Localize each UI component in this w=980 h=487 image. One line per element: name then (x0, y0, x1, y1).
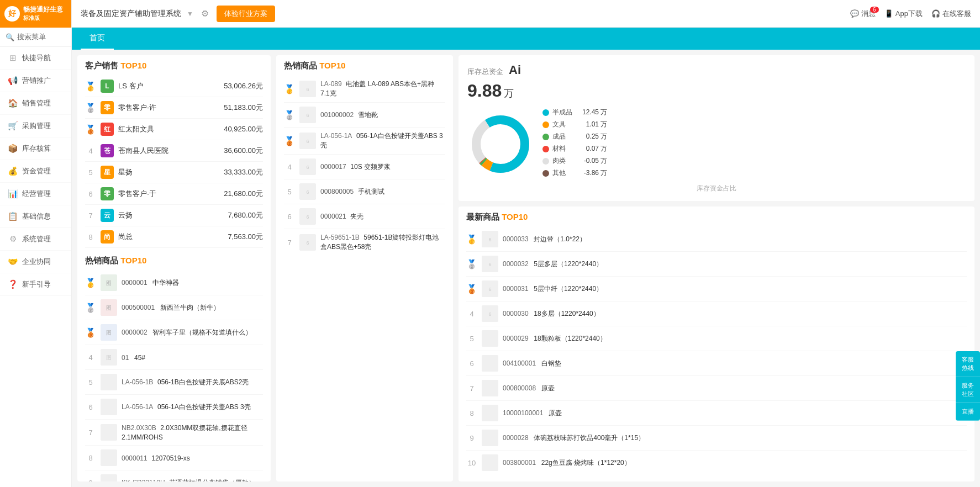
customer-amount-8: 7,563.00元 (228, 232, 263, 242)
hot-rank-6: 6 (85, 403, 96, 411)
dropdown-arrow[interactable]: ▼ (187, 10, 193, 18)
new-thumb-6 (482, 355, 498, 372)
topbar-right: 💬 消息 6 📱 App下载 🎧 在线客服 (850, 9, 971, 19)
new-product-info-6: 004100001 白钢垫 (503, 359, 967, 368)
new-code-1: 0000033 (503, 235, 529, 243)
inventory-title: 库存总资金 (467, 67, 503, 77)
hot-right-row-1: 🥇 6 LA-089 电池盖 LA-089 ABS本色+黑种 7.1克 (284, 76, 445, 103)
float-buttons: 客服热线 服务社区 直播 (956, 351, 980, 421)
hot-right-medal-3: 🥉 (284, 136, 295, 146)
hot-medal-2: 🥈 (85, 303, 96, 313)
sidebar-label-system: 系统管理 (22, 234, 51, 244)
hot-product-name-2: 新西兰牛肉（新牛） (160, 304, 220, 311)
hot-product-info-8: 0000011 12070519-xs (122, 454, 263, 462)
sidebar-item-sales[interactable]: 🏠 销售管理 (0, 92, 71, 115)
hot-product-info-2: 000500001 新西兰牛肉（新牛） (122, 303, 263, 313)
hot-product-name-4: 45# (134, 354, 145, 362)
logo-badge: 标准版 (23, 14, 63, 22)
svg-rect-40 (482, 330, 498, 347)
hot-products-section: 热销商品 TOP10 🥇 图 0000001 中华神器 🥈 图 (85, 256, 263, 481)
sidebar-item-system[interactable]: ⚙ 系统管理 (0, 228, 71, 251)
sidebar-item-marketing[interactable]: 📢 营销推广 (0, 70, 71, 92)
hot-right-thumb-6: 6 (299, 208, 316, 225)
purchase-icon: 🛒 (8, 121, 18, 131)
right-column: 库存总资金 Ai 9.88 万 (459, 55, 974, 481)
sidebar: 好 畅捷通好生意 标准版 🔍 搜索菜单 ⊞ 快捷导航 📢 营销推广 🏠 销售管理… (0, 0, 72, 487)
inventory-unit: 万 (504, 87, 514, 100)
customer-name-2: 零售客户-许 (118, 103, 219, 113)
sidebar-item-guide[interactable]: ❓ 新手引导 (0, 273, 71, 296)
new-code-5: 0000029 (503, 335, 529, 342)
collab-icon: 🤝 (8, 257, 18, 267)
search-menu[interactable]: 🔍 搜索菜单 (0, 28, 71, 47)
svg-text:6: 6 (306, 165, 309, 170)
customer-name-1: LS 客户 (118, 81, 219, 91)
sidebar-item-quicknav[interactable]: ⊞ 快捷导航 (0, 47, 71, 70)
hot-product-code-2: 000500001 (122, 304, 155, 311)
guide-icon: ❓ (8, 279, 18, 289)
new-product-row-3: 🥉 6 0000031 5层中纤（1220*2440） (466, 277, 967, 301)
svg-text:6: 6 (488, 262, 491, 267)
hot-product-info-3: 0000002 智利车子里（规格不知道填什么） (122, 328, 263, 337)
sidebar-item-operations[interactable]: 📊 经营管理 (0, 183, 71, 205)
legend-dot-meat (542, 158, 549, 165)
hot-right-row-3: 🥉 6 LA-056-1A 056-1A白色按键开关盖ABS 3壳 (284, 128, 445, 155)
sidebar-label-operations: 经营管理 (22, 189, 51, 199)
legend-val-4: -0.05 万 (579, 156, 608, 166)
hot-product-thumb-3: 图 (101, 324, 117, 341)
message-badge[interactable]: 💬 消息 6 (850, 9, 876, 19)
customer-row-4: 4 苍 苍南县人民医院 36,600.00元 (85, 140, 263, 162)
legend-label-5: 其他 (552, 168, 575, 178)
legend-dot-material (542, 146, 549, 152)
app-download[interactable]: 📱 App下载 (884, 9, 923, 19)
sidebar-item-inventory[interactable]: 📦 库存核算 (0, 137, 71, 160)
sidebar-item-finance[interactable]: 💰 资金管理 (0, 160, 71, 183)
customer-name-7: 云扬 (118, 210, 223, 220)
hot-product-info-6: LA-056-1A 056-1A白色按键开关盖ABS 3壳 (122, 403, 263, 412)
hot-product-name-3: 智利车子里（规格不知道填什么） (152, 329, 252, 336)
hot-product-code-5: LA-056-1B (122, 378, 153, 386)
home-tab[interactable]: 首页 (81, 28, 114, 50)
hot-product-name-1: 中华神器 (152, 279, 179, 287)
float-btn-hotline[interactable]: 客服热线 (956, 351, 980, 377)
gear-icon[interactable]: ⚙ (201, 8, 209, 19)
hot-right-row-7: 7 6 LA-59651-1B 59651-1B旋转投影灯电池盒ABS黑色+58… (284, 229, 445, 256)
sidebar-item-purchase[interactable]: 🛒 采购管理 (0, 115, 71, 137)
hot-product-thumb-6 (101, 399, 117, 415)
sidebar-item-collab[interactable]: 🤝 企业协同 (0, 251, 71, 273)
svg-rect-10 (101, 424, 117, 441)
hot-right-info-7: LA-59651-1B 59651-1B旋转投影灯电池盒ABS黑色+58壳 (320, 233, 445, 252)
sidebar-label-sales: 销售管理 (22, 98, 51, 108)
basics-icon: 📋 (8, 211, 18, 221)
customer-row-3: 🥉 红 红太阳文具 40,925.00元 (85, 119, 263, 140)
sidebar-label-basics: 基础信息 (22, 211, 51, 221)
new-name-8: 原壶 (549, 409, 562, 417)
main-area: 装备及固定资产辅助管理系统 ▼ ⚙ 体验行业方案 💬 消息 6 📱 App下载 … (72, 0, 980, 487)
hot-right-info-4: 0000017 10S 变频罗浆 (320, 162, 445, 172)
hot-product-thumb-1: 图 (101, 274, 117, 291)
float-btn-live[interactable]: 直播 (956, 403, 980, 421)
ai-label: Ai (509, 63, 521, 77)
legend-val-2: 0.25 万 (582, 132, 608, 141)
rank-num-8: 8 (85, 233, 96, 241)
online-service[interactable]: 🎧 在线客服 (931, 9, 971, 19)
sidebar-item-basics[interactable]: 📋 基础信息 (0, 205, 71, 228)
trial-button[interactable]: 体验行业方案 (217, 6, 275, 22)
customer-row-6: 6 零 零售客户-于 21,680.00元 (85, 183, 263, 205)
new-name-6: 白钢垫 (541, 359, 561, 367)
customer-name-3: 红太阳文具 (118, 124, 219, 134)
content-area: 客户销售 TOP10 🥇 L LS 客户 53,006.26元 🥈 零 零售客户… (72, 50, 980, 487)
hot-rank-7: 7 (85, 428, 96, 437)
inventory-panel: 库存总资金 Ai 9.88 万 (459, 55, 974, 201)
customer-panel-title: 客户销售 TOP10 (85, 61, 263, 71)
new-product-info-10: 003800001 22g鱼豆腐·烧烤味（1*12*20） (503, 458, 967, 468)
float-btn-community[interactable]: 服务社区 (956, 377, 980, 403)
hot-top-label: TOP10 (120, 256, 146, 265)
hot-right-code-2: 001000002 (320, 111, 354, 119)
new-name-5: 18颗粒板（1220*2440） (534, 335, 606, 342)
search-menu-label: 搜索菜单 (17, 32, 46, 42)
svg-rect-11 (101, 449, 117, 466)
customer-badge-3: 红 (101, 123, 114, 136)
new-code-7: 000800008 (503, 384, 536, 392)
hot-right-rank-4: 4 (284, 163, 295, 171)
